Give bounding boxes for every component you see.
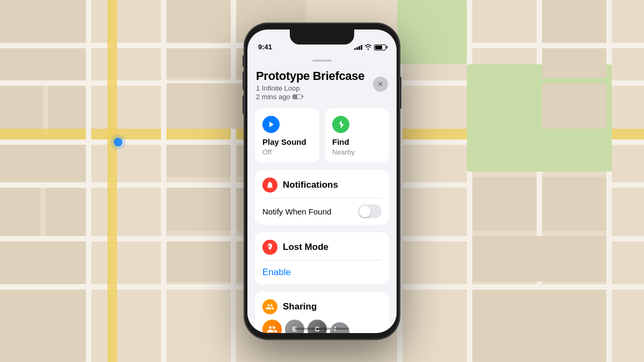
avatar-craig: C [308, 320, 327, 333]
sharing-section: Sharing You E Eddy [255, 292, 389, 333]
play-sound-icon [262, 116, 280, 133]
sheet-content[interactable]: Prototype Briefcase 1 Infinite Loop 2 mi… [247, 53, 397, 333]
item-time: 2 mins ago [256, 93, 388, 101]
svg-rect-2 [0, 48, 86, 80]
svg-rect-31 [542, 177, 606, 231]
svg-rect-27 [542, 0, 606, 43]
play-sound-label: Play Sound [262, 137, 312, 147]
svg-rect-18 [161, 0, 166, 362]
close-button[interactable]: ✕ [373, 77, 388, 92]
svg-rect-26 [397, 0, 467, 64]
wifi-icon [364, 44, 372, 51]
phone-screen: 9:41 [247, 29, 397, 333]
svg-rect-23 [606, 0, 612, 362]
close-icon: ✕ [377, 80, 384, 88]
notifications-title: Notifications [283, 180, 338, 190]
svg-rect-8 [0, 241, 86, 284]
item-title: Prototype Briefcase [256, 69, 388, 83]
volume-up-button [243, 71, 244, 90]
svg-rect-40 [166, 188, 231, 231]
enable-lost-mode-button[interactable]: Enable [255, 261, 389, 284]
svg-rect-1 [0, 0, 86, 43]
signal-bar-1 [354, 48, 356, 50]
toggle-thumb [359, 205, 371, 217]
svg-rect-6 [0, 188, 40, 236]
svg-rect-32 [472, 236, 606, 282]
avatar-group-craig: C Craig [308, 320, 327, 333]
find-sublabel: Nearby [332, 148, 382, 156]
volume-down-button [243, 95, 244, 114]
lost-mode-icon [262, 240, 277, 255]
svg-rect-21 [467, 0, 472, 362]
sharing-avatars: You E Eddy C Craig +4 more [262, 320, 382, 333]
battery-icon [374, 45, 386, 50]
svg-rect-35 [166, 48, 231, 78]
svg-rect-9 [0, 290, 86, 362]
sheet-handle [312, 60, 332, 62]
svg-rect-34 [166, 0, 231, 43]
notch [290, 29, 354, 45]
item-battery-icon [292, 94, 302, 99]
status-time: 9:41 [258, 43, 272, 51]
sharing-icon [262, 299, 277, 314]
lost-mode-title: Lost Mode [283, 242, 328, 253]
svg-point-46 [111, 135, 126, 150]
signal-bar-2 [356, 47, 358, 50]
status-icons [354, 44, 386, 51]
svg-rect-24 [107, 0, 117, 362]
lost-mode-header: Lost Mode [255, 232, 389, 260]
lost-mode-section: Lost Mode Enable [255, 232, 389, 284]
svg-rect-39 [166, 145, 231, 177]
side-button [400, 77, 401, 109]
item-header: Prototype Briefcase 1 Infinite Loop 2 mi… [247, 69, 397, 108]
svg-rect-19 [231, 0, 236, 362]
notifications-icon [262, 178, 277, 193]
notifications-section: Notifications Notify When Found [255, 170, 389, 225]
notify-when-found-toggle[interactable] [358, 204, 382, 218]
avatar-group-eddy: E Eddy [285, 320, 304, 333]
find-card[interactable]: Find Nearby [325, 108, 389, 162]
home-indicator [295, 328, 349, 330]
svg-rect-33 [472, 290, 606, 362]
notify-when-found-label: Notify When Found [262, 207, 331, 216]
avatar-eddy: E [285, 320, 304, 333]
play-sound-sublabel: Off [262, 148, 312, 156]
svg-rect-28 [542, 48, 606, 78]
item-location: 1 Infinite Loop [256, 84, 388, 92]
signal-bar-4 [361, 45, 362, 50]
svg-rect-29 [542, 83, 606, 129]
notify-when-found-row[interactable]: Notify When Found [255, 198, 389, 225]
svg-rect-5 [0, 145, 86, 182]
phone-mockup: 9:41 [244, 23, 400, 339]
svg-rect-17 [86, 0, 91, 362]
sharing-title: Sharing [283, 301, 317, 312]
play-sound-card[interactable]: Play Sound Off [255, 108, 319, 162]
svg-rect-41 [166, 241, 231, 282]
find-label: Find [332, 137, 382, 147]
notifications-header: Notifications [255, 170, 389, 198]
signal-bars-icon [354, 45, 362, 50]
mute-button [243, 55, 244, 67]
action-row: Play Sound Off Find Nearby [247, 108, 397, 162]
svg-rect-30 [472, 177, 537, 231]
svg-rect-7 [46, 188, 86, 236]
find-icon [332, 116, 349, 133]
phone-body: 9:41 [244, 23, 400, 339]
avatar-you [262, 320, 282, 333]
avatar-group-you: You [262, 320, 282, 333]
signal-bar-3 [358, 46, 360, 50]
sharing-header: Sharing [262, 299, 382, 314]
